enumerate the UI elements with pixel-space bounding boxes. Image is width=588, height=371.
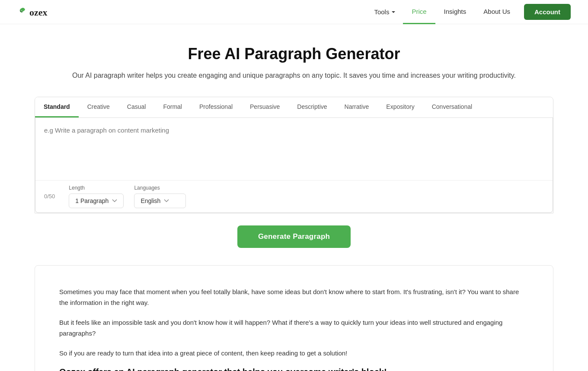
- language-select[interactable]: English: [134, 193, 186, 208]
- controls: Length 1 Paragraph Languages English: [69, 185, 186, 208]
- editor-area: 0/50 Length 1 Paragraph Languages Englis…: [35, 118, 553, 213]
- tab-descriptive[interactable]: Descriptive: [288, 97, 336, 117]
- nav-price[interactable]: Price: [403, 0, 435, 24]
- tab-casual[interactable]: Casual: [118, 97, 155, 117]
- tab-conversational[interactable]: Conversational: [423, 97, 481, 117]
- language-label: Languages: [134, 185, 186, 191]
- tab-narrative[interactable]: Narrative: [336, 97, 378, 117]
- page-subtitle: Our AI paragraph writer helps you create…: [35, 70, 553, 81]
- tools-menu-button[interactable]: Tools: [367, 0, 403, 24]
- logo[interactable]: ozex: [17, 5, 56, 19]
- generate-section: Generate Paragraph: [35, 225, 553, 248]
- length-label: Length: [69, 185, 124, 191]
- navbar: ozex Tools Price Insights About Us Accou…: [0, 0, 588, 24]
- content-p1: Sometimes you may face that moment when …: [59, 286, 529, 308]
- tab-creative[interactable]: Creative: [79, 97, 118, 117]
- editor-wrapper: StandardCreativeCasualFormalProfessional…: [35, 97, 553, 213]
- language-control: Languages English: [134, 185, 186, 208]
- page-title: Free AI Paragraph Generator: [35, 45, 553, 63]
- tools-label: Tools: [374, 8, 389, 16]
- language-value: English: [141, 197, 160, 204]
- tab-formal[interactable]: Formal: [154, 97, 191, 117]
- tab-expository[interactable]: Expository: [377, 97, 423, 117]
- nav-about[interactable]: About Us: [475, 0, 519, 24]
- editor-footer: 0/50 Length 1 Paragraph Languages Englis…: [35, 180, 553, 212]
- char-count: 0/50: [44, 193, 55, 200]
- content-p3: So if you are ready to turn that idea in…: [59, 348, 529, 359]
- chevron-down-icon: [391, 10, 396, 15]
- topic-input[interactable]: [35, 118, 553, 178]
- nav-links: Tools Price Insights About Us Account: [367, 0, 571, 24]
- main-content: Free AI Paragraph Generator Our AI parag…: [26, 24, 562, 371]
- svg-text:ozex: ozex: [29, 7, 48, 18]
- content-section: Sometimes you may face that moment when …: [35, 265, 553, 371]
- length-value: 1 Paragraph: [75, 197, 109, 204]
- nav-insights[interactable]: Insights: [435, 0, 475, 24]
- content-h2: Qozex offers an AI paragraph generator t…: [59, 367, 529, 371]
- account-button[interactable]: Account: [524, 4, 571, 20]
- content-p2: But it feels like an impossible task and…: [59, 317, 529, 339]
- tab-persuasive[interactable]: Persuasive: [241, 97, 288, 117]
- length-select[interactable]: 1 Paragraph: [69, 193, 124, 208]
- chevron-down-icon: [164, 198, 169, 203]
- length-control: Length 1 Paragraph: [69, 185, 124, 208]
- tab-standard[interactable]: Standard: [35, 97, 79, 117]
- tab-professional[interactable]: Professional: [191, 97, 241, 117]
- chevron-down-icon: [112, 198, 117, 203]
- style-tabs: StandardCreativeCasualFormalProfessional…: [35, 97, 553, 118]
- generate-button[interactable]: Generate Paragraph: [237, 225, 351, 248]
